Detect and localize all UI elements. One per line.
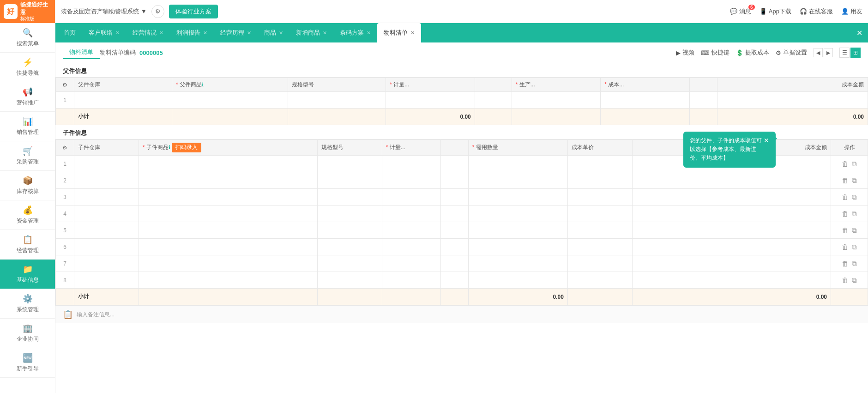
- copy-icon[interactable]: ⧉: [852, 226, 857, 234]
- tab-home[interactable]: 首页: [57, 23, 82, 42]
- child-row-need-qty[interactable]: [468, 239, 567, 255]
- child-row-need-qty[interactable]: [468, 272, 567, 289]
- child-row-spec[interactable]: [318, 272, 382, 289]
- tab-operation-history-close[interactable]: ✕: [247, 30, 251, 36]
- parent-row-warehouse[interactable]: [74, 92, 172, 109]
- child-row-need-qty[interactable]: [468, 255, 567, 272]
- delete-icon[interactable]: 🗑: [842, 176, 849, 184]
- tab-operation-status[interactable]: 经营情况 ✕: [126, 23, 170, 42]
- child-row-cost-price[interactable]: [567, 156, 632, 172]
- user-menu[interactable]: 👤 用友: [841, 7, 862, 16]
- trial-button[interactable]: 体验行业方案: [169, 5, 218, 18]
- child-row-unit[interactable]: [382, 222, 440, 239]
- single-settings-button[interactable]: ⚙ 单据设置: [776, 48, 807, 57]
- child-row-product[interactable]: [139, 239, 317, 255]
- tab-operation-status-close[interactable]: ✕: [159, 30, 163, 36]
- child-row-cost-price[interactable]: [567, 189, 632, 206]
- child-row-cost-price[interactable]: [567, 172, 632, 189]
- child-row-warehouse[interactable]: [74, 206, 139, 222]
- child-row-spec[interactable]: [318, 255, 382, 272]
- copy-icon[interactable]: ⧉: [852, 276, 857, 284]
- tab-barcode[interactable]: 条码方案 ✕: [333, 23, 377, 42]
- child-row-need-qty[interactable]: [468, 206, 567, 222]
- copy-icon[interactable]: ⧉: [852, 160, 857, 168]
- child-row-warehouse[interactable]: [74, 239, 139, 255]
- child-row-spec[interactable]: [318, 206, 382, 222]
- copy-icon[interactable]: ⧉: [852, 210, 857, 218]
- sidebar-item-quick-nav[interactable]: ⚡ 快捷导航: [0, 53, 55, 82]
- child-row-product[interactable]: [139, 189, 317, 206]
- child-row-cost-price[interactable]: [567, 272, 632, 289]
- close-all-tabs[interactable]: ✕: [853, 29, 866, 37]
- tab-bom-close[interactable]: ✕: [410, 30, 415, 36]
- sidebar-item-marketing[interactable]: 📢 营销推广: [0, 82, 55, 112]
- child-row-unit[interactable]: [382, 255, 440, 272]
- child-row-product[interactable]: [139, 222, 317, 239]
- child-row-unit[interactable]: [382, 239, 440, 255]
- child-row-spec[interactable]: [318, 172, 382, 189]
- child-row-warehouse[interactable]: [74, 255, 139, 272]
- child-row-cost-price[interactable]: [567, 239, 632, 255]
- child-row-product[interactable]: [139, 255, 317, 272]
- sidebar-item-finance[interactable]: 💰 资金管理: [0, 200, 55, 230]
- parent-row-product[interactable]: [172, 92, 288, 109]
- sidebar-item-search[interactable]: 🔍 搜索菜单: [0, 23, 55, 53]
- parent-row-spec[interactable]: [288, 92, 386, 109]
- child-row-warehouse[interactable]: [74, 272, 139, 289]
- child-row-product[interactable]: [139, 156, 317, 172]
- sidebar-item-inventory[interactable]: 📦 库存核算: [0, 171, 55, 200]
- child-row-cost-price[interactable]: [567, 222, 632, 239]
- child-row-unit[interactable]: [382, 206, 440, 222]
- sidebar-item-purchase[interactable]: 🛒 采购管理: [0, 141, 55, 171]
- tab-bom[interactable]: 物料清单 ✕: [377, 23, 421, 42]
- message-button[interactable]: 💬 消息 6: [730, 7, 751, 16]
- child-row-need-qty[interactable]: [468, 172, 567, 189]
- sidebar-item-sales[interactable]: 📊 销售管理: [0, 112, 55, 141]
- tab-barcode-close[interactable]: ✕: [367, 30, 371, 36]
- delete-icon[interactable]: 🗑: [842, 226, 849, 234]
- tab-products-close[interactable]: ✕: [279, 30, 283, 36]
- tab-products[interactable]: 商品 ✕: [258, 23, 289, 42]
- child-row-spec[interactable]: [318, 222, 382, 239]
- copy-icon[interactable]: ⧉: [852, 193, 857, 201]
- child-row-product[interactable]: [139, 206, 317, 222]
- delete-icon[interactable]: 🗑: [842, 160, 849, 168]
- sidebar-item-enterprise[interactable]: 🏢 企业协同: [0, 319, 55, 348]
- grid-view-button[interactable]: ⊞: [850, 48, 861, 58]
- child-row-need-qty[interactable]: [468, 156, 567, 172]
- list-view-button[interactable]: ☰: [839, 48, 850, 58]
- delete-icon[interactable]: 🗑: [842, 193, 849, 201]
- child-row-cost-price[interactable]: [567, 255, 632, 272]
- child-row-warehouse[interactable]: [74, 172, 139, 189]
- child-row-warehouse[interactable]: [74, 222, 139, 239]
- video-button[interactable]: ▶ 视频: [676, 48, 694, 57]
- parent-row-unit[interactable]: [386, 92, 475, 109]
- parent-row-cost[interactable]: [601, 92, 690, 109]
- child-row-product[interactable]: [139, 272, 317, 289]
- sidebar-item-guide[interactable]: 🆕 新手引导: [0, 348, 55, 378]
- child-row-unit[interactable]: [382, 172, 440, 189]
- copy-icon[interactable]: ⧉: [852, 176, 857, 184]
- child-row-spec[interactable]: [318, 239, 382, 255]
- child-row-warehouse[interactable]: [74, 189, 139, 206]
- tab-profit-report-close[interactable]: ✕: [203, 30, 207, 36]
- sidebar-item-operation[interactable]: 📋 经营管理: [0, 230, 55, 260]
- tab-customer-close[interactable]: ✕: [115, 30, 120, 36]
- sidebar-item-basic-info[interactable]: 📁 基础信息: [0, 260, 55, 289]
- child-row-need-qty[interactable]: [468, 189, 567, 206]
- tab-profit-report[interactable]: 利润报告 ✕: [170, 23, 214, 42]
- tooltip-close-button[interactable]: ✕: [764, 135, 769, 145]
- scan-button[interactable]: 扫码录入: [172, 143, 201, 152]
- system-selector[interactable]: 装备及固定资产辅助管理系统 ▼: [61, 7, 147, 16]
- parent-row-production[interactable]: [512, 92, 601, 109]
- app-download-button[interactable]: 📱 App下载: [760, 7, 791, 16]
- sidebar-item-system[interactable]: ⚙️ 系统管理: [0, 289, 55, 319]
- prev-button[interactable]: ◀: [814, 48, 823, 57]
- copy-icon[interactable]: ⧉: [852, 243, 857, 251]
- child-row-warehouse[interactable]: [74, 156, 139, 172]
- delete-icon[interactable]: 🗑: [842, 210, 849, 218]
- child-row-unit[interactable]: [382, 189, 440, 206]
- child-row-need-qty[interactable]: [468, 222, 567, 239]
- settings-button[interactable]: ⚙: [151, 5, 164, 18]
- child-row-unit[interactable]: [382, 156, 440, 172]
